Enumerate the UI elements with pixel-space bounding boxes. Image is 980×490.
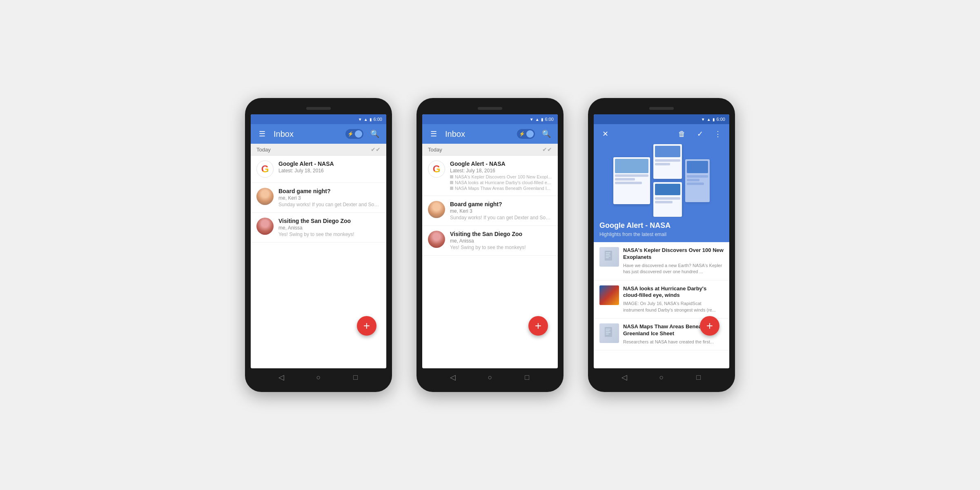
svg-rect-1 bbox=[606, 252, 610, 253]
recent-nav-2[interactable]: □ bbox=[521, 371, 534, 384]
anissa-avatar-1 bbox=[256, 218, 274, 235]
status-bar-1: ▼ ▲ ▮ 6:00 bbox=[251, 114, 386, 124]
signal-icon-1: ▲ bbox=[364, 117, 368, 122]
phone-screen-3: ▼ ▲ ▮ 6:00 ✕ 🗑 ✓ ⋮ bbox=[594, 114, 729, 368]
section-header-1: Today ✔✔ bbox=[251, 144, 386, 156]
email-subject-board-1: Board game night? bbox=[278, 188, 381, 194]
home-nav-1[interactable]: ○ bbox=[312, 371, 325, 384]
check-button-3[interactable]: ✓ bbox=[693, 127, 706, 140]
lightning-icon-1: ⚡ bbox=[347, 131, 354, 137]
menu-button-2[interactable]: ☰ bbox=[427, 127, 440, 140]
app-bar-1: ☰ Inbox ⚡ 🔍 bbox=[251, 124, 386, 144]
compose-fab-3[interactable]: + bbox=[700, 316, 719, 336]
hero-images-3 bbox=[594, 144, 729, 217]
email-item-google-alert-1[interactable]: G Google Alert - NASA Latest: July 18, 2… bbox=[251, 156, 386, 183]
sweep-toggle-1[interactable]: ⚡ bbox=[345, 129, 363, 139]
phone-screen-wrapper-1: ▼ ▲ ▮ 6:00 ☰ Inbox ⚡ 🔍 bbox=[251, 114, 386, 368]
check-all-1[interactable]: ✔✔ bbox=[371, 146, 381, 153]
search-button-2[interactable]: 🔍 bbox=[540, 127, 553, 140]
sweep-toggle-2[interactable]: ⚡ bbox=[517, 129, 535, 139]
email-item-board-game-1[interactable]: Board game night? me, Keri 3 Sunday work… bbox=[251, 183, 386, 213]
phone-top-bar-2 bbox=[422, 104, 558, 113]
email-item-board-game-2[interactable]: Board game night? me, Keri 3 Sunday work… bbox=[422, 196, 558, 226]
news-desc-3-3: Researchers at NASA have created the fir… bbox=[623, 339, 724, 345]
status-bar-2: ▼ ▲ ▮ 6:00 bbox=[422, 114, 558, 124]
email-preview-board-1: Sunday works! If you can get Dexter and … bbox=[278, 202, 381, 207]
status-icons-2: ▼ ▲ ▮ 6:00 bbox=[530, 117, 554, 122]
phone-screen-wrapper-2: ▼ ▲ ▮ 6:00 ☰ Inbox ⚡ 🔍 bbox=[422, 114, 558, 368]
email-meta-zoo-1: me, Anissa bbox=[278, 225, 381, 231]
status-icons-3: ▼ ▲ ▮ 6:00 bbox=[701, 117, 725, 122]
detail-title-area-3: Google Alert - NASA Highlights from the … bbox=[594, 217, 729, 242]
search-button-1[interactable]: 🔍 bbox=[368, 127, 381, 140]
home-nav-2[interactable]: ○ bbox=[483, 371, 497, 384]
email-meta-google-2: Latest: July 18, 2016 bbox=[450, 168, 552, 174]
svg-rect-4 bbox=[606, 257, 609, 258]
google-avatar-2: G bbox=[428, 160, 445, 178]
email-subject-google-1: Google Alert - NASA bbox=[278, 160, 381, 167]
compose-fab-1[interactable]: + bbox=[357, 316, 376, 336]
news-desc-1-3: Have we discovered a new Earth? NASA's K… bbox=[623, 263, 724, 275]
news-desc-2-3: IMAGE: On July 16, NASA's RapidScat inst… bbox=[623, 301, 724, 313]
email-item-google-expanded-2[interactable]: G Google Alert - NASA Latest: July 18, 2… bbox=[422, 156, 558, 196]
back-nav-1[interactable]: ◁ bbox=[275, 371, 288, 384]
email-preview-board-2: Sunday works! If you can get Dexter and … bbox=[450, 215, 552, 220]
phone-1: ▼ ▲ ▮ 6:00 ☰ Inbox ⚡ 🔍 bbox=[245, 98, 392, 392]
news-title-2-3: NASA looks at Hurricane Darby's cloud-fi… bbox=[623, 285, 724, 299]
email-subject-board-2: Board game night? bbox=[450, 201, 552, 207]
today-label-2: Today bbox=[428, 147, 442, 153]
email-content-zoo-1: Visiting the San Diego Zoo me, Anissa Ye… bbox=[278, 218, 381, 237]
detail-subtitle-3: Highlights from the latest email bbox=[599, 232, 724, 237]
email-item-zoo-2[interactable]: Visiting the San Diego Zoo me, Anissa Ye… bbox=[422, 226, 558, 256]
email-subject-zoo-1: Visiting the San Diego Zoo bbox=[278, 218, 381, 224]
email-content-board-1: Board game night? me, Keri 3 Sunday work… bbox=[278, 188, 381, 207]
news-item-2-3[interactable]: NASA looks at Hurricane Darby's cloud-fi… bbox=[594, 281, 729, 319]
close-button-3[interactable]: ✕ bbox=[599, 127, 612, 140]
hero-card-2 bbox=[653, 144, 682, 179]
sweep-dot-1 bbox=[355, 130, 362, 138]
bullet-item-1-2: NASA's Kepler Discovers Over 100 New Exo… bbox=[450, 174, 552, 179]
email-preview-zoo-1: Yes! Swing by to see the monkeys! bbox=[278, 232, 381, 237]
check-all-2[interactable]: ✔✔ bbox=[542, 146, 552, 153]
recent-nav-1[interactable]: □ bbox=[349, 371, 362, 384]
phone-speaker-3 bbox=[649, 107, 674, 110]
hero-card-3 bbox=[653, 182, 682, 217]
wifi-icon-2: ▼ bbox=[530, 117, 534, 122]
email-content-google-1: Google Alert - NASA Latest: July 18, 201… bbox=[278, 160, 381, 174]
anissa-avatar-2 bbox=[428, 231, 445, 248]
delete-button-3[interactable]: 🗑 bbox=[675, 127, 688, 140]
status-time-2: 6:00 bbox=[545, 117, 554, 122]
back-nav-2[interactable]: ◁ bbox=[446, 371, 459, 384]
bullet-icon-1-2 bbox=[450, 175, 453, 178]
svg-rect-2 bbox=[606, 254, 610, 255]
detail-action-bar-3: ✕ 🗑 ✓ ⋮ bbox=[594, 124, 729, 144]
google-avatar-1: G bbox=[256, 160, 274, 178]
today-label-1: Today bbox=[256, 147, 271, 153]
home-nav-3[interactable]: ○ bbox=[655, 371, 668, 384]
email-item-zoo-1[interactable]: Visiting the San Diego Zoo me, Anissa Ye… bbox=[251, 213, 386, 243]
phone-3: ▼ ▲ ▮ 6:00 ✕ 🗑 ✓ ⋮ bbox=[588, 98, 735, 392]
email-preview-zoo-2: Yes! Swing by to see the monkeys! bbox=[450, 245, 552, 250]
keri-avatar-2 bbox=[428, 201, 445, 218]
bullet-item-3-2: NASA Maps Thaw Areas Beneath Greenland I… bbox=[450, 186, 552, 191]
email-subject-zoo-2: Visiting the San Diego Zoo bbox=[450, 231, 552, 237]
section-header-2: Today ✔✔ bbox=[422, 144, 558, 156]
email-meta-board-1: me, Keri 3 bbox=[278, 195, 381, 201]
email-list-1: G Google Alert - NASA Latest: July 18, 2… bbox=[251, 156, 386, 368]
recent-nav-3[interactable]: □ bbox=[692, 371, 705, 384]
back-nav-3[interactable]: ◁ bbox=[618, 371, 631, 384]
news-item-1-3[interactable]: NASA's Kepler Discovers Over 100 New Exo… bbox=[594, 242, 729, 281]
compose-fab-2[interactable]: + bbox=[528, 316, 548, 336]
phone-screen-2: ▼ ▲ ▮ 6:00 ☰ Inbox ⚡ 🔍 bbox=[422, 114, 558, 368]
more-button-3[interactable]: ⋮ bbox=[711, 127, 724, 140]
google-g-icon-1: G bbox=[261, 163, 269, 175]
nav-bar-2: ◁ ○ □ bbox=[422, 368, 558, 386]
hero-card-4 bbox=[685, 159, 710, 202]
status-time-3: 6:00 bbox=[717, 117, 725, 122]
detail-email-title-3: Google Alert - NASA bbox=[599, 221, 724, 230]
battery-icon-1: ▮ bbox=[370, 117, 372, 122]
menu-button-1[interactable]: ☰ bbox=[256, 127, 269, 140]
hero-card-1 bbox=[613, 157, 650, 204]
news-content-2-3: NASA looks at Hurricane Darby's cloud-fi… bbox=[623, 285, 724, 314]
app-bar-2: ☰ Inbox ⚡ 🔍 bbox=[422, 124, 558, 144]
